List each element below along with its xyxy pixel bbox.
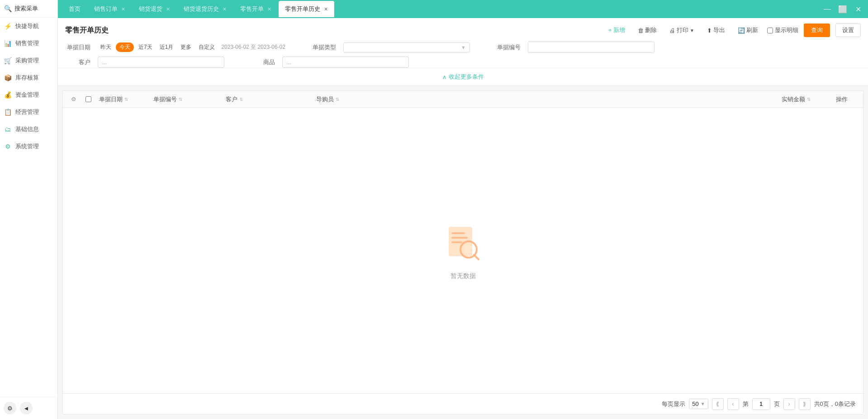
col-customer-label: 客户 [226,95,237,104]
next-page-btn[interactable]: › [783,398,795,410]
col-header-customer[interactable]: 客户 ⇅ [222,95,313,104]
refresh-label: 刷新 [746,26,758,34]
query-button[interactable]: 查询 [804,24,830,37]
sidebar-item-purchase[interactable]: 🛒 采购管理 [0,52,57,69]
add-button[interactable]: + 新增 [605,24,629,36]
goods-filter-select[interactable]: ... [282,56,409,68]
display-detail-checkbox[interactable] [767,28,773,33]
column-settings-btn[interactable]: ⚙ [66,96,81,103]
sidebar-search-label: 搜索采单 [14,5,38,13]
filter-row-1: 单据日期 昨天 今天 近7天 近1月 更多 自定义 2023-06-02 至 2… [65,42,861,53]
print-button[interactable]: 🖨 打印 ▼ [666,24,698,36]
svg-rect-2 [451,237,468,239]
tab-sales-return-history[interactable]: 销货退货历史 ✕ [177,1,233,17]
table-header: ⚙ 单据日期 ⇅ 单据编号 ⇅ 客户 ⇅ 导购员 ⇅ [63,91,863,108]
tab-sales-return-label: 销货退货 [139,5,162,13]
sidebar-search[interactable]: 🔍 搜索采单 [0,0,57,18]
sidebar-item-operations[interactable]: 📋 经营管理 [0,104,57,121]
per-page-value: 50 [692,400,698,407]
sidebar-item-inventory[interactable]: 📦 库存核算 [0,69,57,86]
filter-row-2: 客户 ... 商品 ... [65,56,861,68]
per-page-select[interactable]: 50 ▼ [689,399,708,409]
sidebar-item-finance[interactable]: 💰 资金管理 [0,86,57,104]
customer-filter-select[interactable]: ... [98,56,224,68]
close-sales-return-icon[interactable]: ✕ [166,6,170,12]
type-filter-select[interactable]: ▼ [343,42,470,52]
sidebar-item-sales[interactable]: 📊 销售管理 [0,35,57,52]
tab-home[interactable]: 首页 [62,1,87,17]
sidebar-item-label: 资金管理 [15,91,39,99]
no-filter-input[interactable] [528,42,655,53]
svg-line-5 [474,255,479,259]
all-checkbox[interactable] [85,96,91,102]
export-button[interactable]: ⬆ 导出 [703,24,729,36]
per-page-label: 每页显示 [662,400,685,408]
sidebar-item-label: 系统管理 [15,142,39,151]
no-filter-label: 单据编号 [495,43,521,52]
delete-label: 删除 [645,26,657,34]
col-header-guide[interactable]: 导购员 ⇅ [313,95,358,104]
collapse-more-btn[interactable]: ∧ 收起更多条件 [442,71,484,83]
tab-retail-history-label: 零售开单历史 [285,5,320,13]
pagination: 每页显示 50 ▼ ⟪ ‹ 第 1 页 › ⟫ 共0页，0条记录 [63,393,863,414]
settings-button[interactable]: 设置 [835,24,861,37]
sidebar-item-label: 基础信息 [15,125,39,133]
select-all-checkbox[interactable] [81,96,95,102]
last-page-btn[interactable]: ⟫ [799,398,811,410]
collapse-btn[interactable]: ◄ [20,402,33,414]
date-more-btn[interactable]: 更多 [178,42,194,52]
close-sales-return-history-icon[interactable]: ✕ [223,6,227,12]
col-header-date[interactable]: 单据日期 ⇅ [95,95,150,104]
tab-maximize-btn[interactable]: ⬜ [837,4,848,14]
first-page-btn[interactable]: ⟪ [712,398,724,410]
tab-bar: 首页 销售订单 ✕ 销货退货 ✕ 销货退货历史 ✕ 零售开单 ✕ 零售开单历史 … [58,0,868,18]
close-sales-order-icon[interactable]: ✕ [121,6,125,12]
refresh-button[interactable]: 🔄 刷新 [734,24,762,36]
display-detail-toggle[interactable]: 显示明细 [767,26,798,34]
toolbar: + 新增 🗑 删除 🖨 打印 ▼ ⬆ 导出 🔄 [605,24,861,37]
filter-area: 单据日期 昨天 今天 近7天 近1月 更多 自定义 2023-06-02 至 2… [65,42,861,85]
close-retail-open-icon[interactable]: ✕ [267,6,271,12]
col-guide-label: 导购员 [316,95,334,104]
svg-point-6 [464,245,473,254]
tab-sales-order-label: 销售订单 [94,5,118,13]
sort-amount-icon: ⇅ [807,97,811,102]
date-7days-btn[interactable]: 近7天 [136,42,155,52]
prev-page-btn[interactable]: ‹ [727,398,739,410]
goods-filter-label: 商品 [250,58,275,66]
purchase-icon: 🛒 [4,56,12,65]
operations-icon: 📋 [4,108,12,116]
print-label: 打印 [677,26,688,34]
date-today-btn[interactable]: 今天 [116,42,134,52]
current-page-input[interactable]: 1 [752,398,770,410]
date-1month-btn[interactable]: 近1月 [157,42,176,52]
sort-customer-icon: ⇅ [239,97,243,102]
close-retail-history-icon[interactable]: ✕ [324,6,328,12]
content-area: 零售开单历史 + 新增 🗑 删除 🖨 打印 ▼ ⬆ 导出 [58,18,868,419]
type-filter-label: 单据类型 [311,43,336,52]
tab-sales-return[interactable]: 销货退货 ✕ [133,1,176,17]
display-label: 显示明细 [775,26,798,34]
sidebar-item-quick-nav[interactable]: ⚡ 快捷导航 [0,18,57,35]
sort-no-icon: ⇅ [179,97,182,102]
tab-retail-history[interactable]: 零售开单历史 ✕ [279,1,334,17]
sidebar-item-system[interactable]: ⚙ 系统管理 [0,138,57,155]
total-info: 共0页，0条记录 [814,400,856,408]
sidebar-item-basic[interactable]: 🗂 基础信息 [0,121,57,138]
tab-sales-order[interactable]: 销售订单 ✕ [88,1,132,17]
settings-gear-btn[interactable]: ⚙ [4,402,16,414]
tab-close-btn[interactable]: ✕ [853,4,863,14]
delete-button[interactable]: 🗑 删除 [634,24,660,36]
tab-retail-open[interactable]: 零售开单 ✕ [234,1,278,17]
col-header-amount[interactable]: 实销金额 ⇅ [778,95,832,104]
page-title-bar: 零售开单历史 + 新增 🗑 删除 🖨 打印 ▼ ⬆ 导出 [65,24,861,37]
col-header-no[interactable]: 单据编号 ⇅ [150,95,222,104]
empty-illustration [441,221,486,267]
svg-rect-3 [451,241,462,243]
page-header: 零售开单历史 + 新增 🗑 删除 🖨 打印 ▼ ⬆ 导出 [58,18,868,86]
tab-minimize-btn[interactable]: — [822,4,833,14]
empty-state: 暂无数据 [63,108,863,393]
date-yesterday-btn[interactable]: 昨天 [98,42,114,52]
date-custom-btn[interactable]: 自定义 [196,42,218,52]
sidebar-item-label: 采购管理 [15,56,39,65]
